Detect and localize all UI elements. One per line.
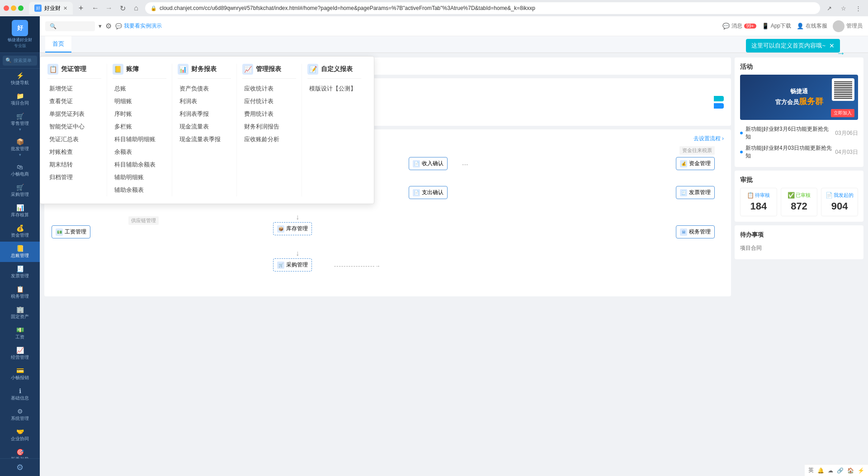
node-invoice-mgmt[interactable]: 🧾 发票管理: [676, 186, 715, 199]
help-center-btn[interactable]: 帮助中心: [714, 103, 724, 109]
dropdown-item-voucher-summary[interactable]: 凭证汇总表: [47, 133, 101, 146]
sidebar-item-ecommerce[interactable]: 🛍 小畅电商: [0, 160, 40, 181]
new-tab-btn[interactable]: +: [75, 2, 87, 14]
sidebar-search-input[interactable]: 🔍 搜索菜单: [3, 56, 37, 66]
sidebar-item-system[interactable]: ⚙ 系统管理: [0, 405, 40, 425]
dropdown-item-cashflow-quarterly[interactable]: 现金流量表季报: [178, 133, 231, 146]
dropdown-item-payable[interactable]: 应付统计表: [242, 95, 296, 108]
join-btn[interactable]: 立即加入: [831, 109, 854, 117]
sidebar-item-purchase[interactable]: 🛒 采购管理: [0, 181, 40, 201]
customize-tip-close[interactable]: ✕: [829, 42, 835, 49]
dropdown-item-receivable-aging[interactable]: 应收账龄分析: [242, 133, 296, 146]
go-flow-link[interactable]: 去设置流程 ›: [693, 135, 724, 143]
activity-banner[interactable]: 畅捷通官方会员服务群 立即加入: [740, 75, 858, 120]
dropdown-item-seq-ledger[interactable]: 序时账: [113, 108, 166, 120]
win-close-btn[interactable]: [4, 5, 9, 11]
dropdown-item-period-end[interactable]: 期末结转: [47, 158, 101, 171]
approval-sent[interactable]: 📄 我发起的 904: [821, 188, 858, 216]
dropdown-item-detail-ledger[interactable]: 明细账: [113, 95, 166, 108]
refresh-btn[interactable]: ↻: [116, 2, 129, 14]
dropdown-item-template[interactable]: 模版设计【公测】: [307, 82, 361, 95]
bottom-lang[interactable]: 英: [808, 466, 814, 474]
news-item-2[interactable]: 新功能|好业财4月03日功能更新抢先知 04月03日: [740, 143, 858, 162]
dropdown-item-archive[interactable]: 归档管理: [47, 171, 101, 184]
sidebar-item-newguide[interactable]: 🎯 新手引导: [0, 445, 40, 458]
node-fund-mgmt[interactable]: 💰 资金管理: [676, 157, 715, 170]
win-max-btn[interactable]: [18, 5, 24, 11]
dropdown-item-receivable[interactable]: 应收统计表: [242, 82, 296, 95]
dropdown-item-cashflow[interactable]: 现金流量表: [178, 120, 231, 133]
sidebar-item-inventory[interactable]: 📊 库存核算: [0, 201, 40, 221]
dropdown-item-aux-detail[interactable]: 辅助明细账: [113, 171, 166, 184]
sidebar-item-enterprise[interactable]: 🤝 企业协同: [0, 425, 40, 445]
basic-icon: ℹ: [19, 387, 21, 395]
bottom-home-icon[interactable]: 🏠: [847, 467, 854, 474]
dropdown-item-subject-detail[interactable]: 科目辅助明细账: [113, 133, 166, 146]
sidebar-item-assets[interactable]: 🏢 固定资产: [0, 303, 40, 323]
home-setup-btn[interactable]: 首页设置: [714, 96, 724, 101]
more-btn[interactable]: ...: [462, 159, 468, 167]
dropdown-item-subject-balance[interactable]: 科目辅助余额表: [113, 158, 166, 171]
sidebar-item-quicknav[interactable]: ⚡ 快捷导航: [0, 69, 40, 89]
sidebar-settings[interactable]: ⚙: [0, 458, 40, 476]
sidebar-item-tax[interactable]: 📋 税务管理: [0, 282, 40, 303]
online-service-btn[interactable]: 👤 在线客服: [797, 22, 827, 30]
bottom-power-icon[interactable]: ⚡: [858, 467, 864, 474]
win-min-btn[interactable]: [11, 5, 16, 11]
message-btn[interactable]: 💬 消息 99+: [722, 22, 756, 30]
node-inventory-mgmt[interactable]: 📦 库存管理: [273, 222, 312, 235]
browser-menu-btn[interactable]: ⋮: [852, 2, 864, 14]
dropdown-item-view-voucher[interactable]: 查看凭证: [47, 95, 101, 108]
home-btn[interactable]: ⌂: [130, 2, 142, 14]
sidebar-item-invoice[interactable]: 🧾 发票管理: [0, 262, 40, 282]
dropdown-item-expense[interactable]: 费用统计表: [242, 108, 296, 120]
sidebar-item-basic[interactable]: ℹ 基础信息: [0, 384, 40, 405]
dropdown-item-general-ledger[interactable]: 总账: [113, 82, 166, 95]
sidebar-item-wholesale[interactable]: 📦 批发管理 ▾: [0, 135, 40, 160]
dropdown-item-multi-col[interactable]: 多栏账: [113, 120, 166, 133]
header-dropdown-arrow[interactable]: ▾: [99, 23, 102, 29]
header-search-box[interactable]: 🔍: [45, 21, 95, 31]
bottom-bell-icon[interactable]: 🔔: [817, 467, 824, 474]
sidebar-item-salary[interactable]: 💵 工资: [0, 323, 40, 343]
node-tax-mgmt[interactable]: 🏛 税务管理: [676, 225, 715, 238]
app-download-btn[interactable]: 📱 App下载: [762, 22, 791, 30]
header-settings-icon[interactable]: ⚙: [105, 22, 112, 30]
tab-close-icon[interactable]: ✕: [63, 5, 67, 11]
dropdown-item-profit-quarterly[interactable]: 利润表季报: [178, 108, 231, 120]
node-revenue-confirm[interactable]: 📄 收入确认: [409, 157, 448, 170]
bottom-cloud-icon[interactable]: ☁: [828, 467, 833, 474]
forward-btn[interactable]: →: [103, 2, 115, 14]
sidebar-item-accounting[interactable]: 📒 总账管理: [0, 242, 40, 262]
dropdown-item-finance-profit[interactable]: 财务利润报告: [242, 120, 296, 133]
dropdown-item-balance-sheet[interactable]: 资产负债表: [178, 82, 231, 95]
sidebar-item-management[interactable]: 📈 经营管理: [0, 343, 40, 364]
dropdown-item-voucher-list[interactable]: 单据凭证列表: [47, 108, 101, 120]
sidebar-item-xiaochang-sales[interactable]: 💳 小畅报销: [0, 364, 40, 384]
sidebar-item-project[interactable]: 📁 项目合同: [0, 89, 40, 109]
sidebar-item-retail[interactable]: 🛒 零售管理 ▾: [0, 109, 40, 135]
news-item-1[interactable]: 新功能|好业财3月6日功能更新抢先知 03月06日: [740, 124, 858, 143]
node-salary-mgmt[interactable]: 💵 工资管理: [52, 225, 90, 238]
demo-link[interactable]: 💬 我要看实例演示: [115, 22, 162, 30]
dropdown-item-balance[interactable]: 余额表: [113, 146, 166, 158]
sidebar-item-fund[interactable]: 💰 资金管理: [0, 221, 40, 242]
approval-done[interactable]: ✅ 已审核 872: [781, 188, 818, 216]
col-custom-title: 自定义报表: [321, 65, 353, 73]
dropdown-item-reconcile[interactable]: 对账检查: [47, 146, 101, 158]
bookmark-btn[interactable]: ☆: [837, 2, 850, 14]
dropdown-item-smart-voucher[interactable]: 智能凭证中心: [47, 120, 101, 133]
address-bar-url[interactable]: cloud.chanjet.com/cc/u6d89qwnryel/57bfsk…: [160, 5, 815, 11]
sidebar-search-area: 🔍 搜索菜单: [0, 53, 40, 69]
dropdown-item-aux-balance[interactable]: 辅助余额表: [113, 184, 166, 196]
approval-pending[interactable]: 📋 待审核 184: [740, 188, 777, 216]
dropdown-item-profit[interactable]: 利润表: [178, 95, 231, 108]
back-btn[interactable]: ←: [89, 2, 102, 14]
node-expense-confirm[interactable]: 📄 支出确认: [409, 186, 448, 199]
dropdown-item-new-voucher[interactable]: 新增凭证: [47, 82, 101, 95]
bottom-link-icon[interactable]: 🔗: [837, 467, 844, 474]
user-menu[interactable]: 管理员: [833, 20, 863, 32]
tab-home[interactable]: 首页: [45, 36, 71, 52]
node-purchase-mgmt[interactable]: 🛒 采购管理: [273, 258, 312, 271]
extension-btn[interactable]: ↗: [823, 2, 835, 14]
